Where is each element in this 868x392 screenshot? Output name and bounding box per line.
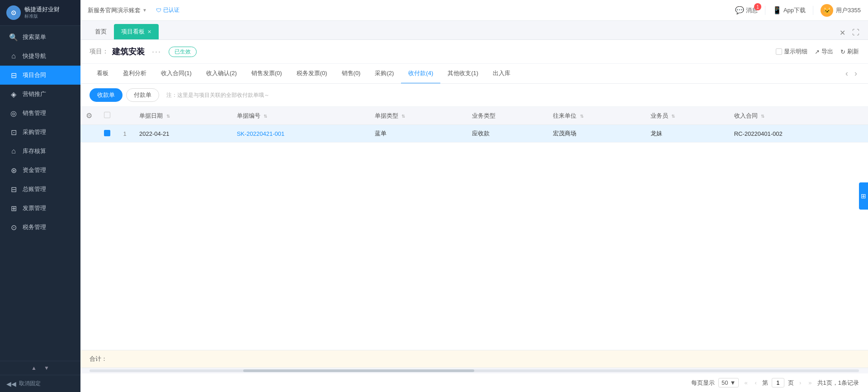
row-number-cell[interactable]: SK-20220421-001 (231, 125, 369, 143)
sub-tab-payment[interactable]: 收付款(4) (401, 64, 440, 84)
sub-tab-income-contract-label: 收入合同(1) (161, 70, 192, 76)
row-num-cell: 1 (116, 125, 134, 143)
sidebar-item-label: 搜索菜单 (23, 33, 46, 41)
sort-icon: ⇅ (401, 114, 405, 119)
sidebar-item-finance[interactable]: ⊛ 资金管理 (0, 161, 80, 180)
sub-tab-income-contract[interactable]: 收入合同(1) (154, 64, 199, 84)
sub-tab-purchase[interactable]: 采购(2) (368, 64, 401, 84)
app-logo: ⊙ 畅捷通好业财 标准版 (0, 0, 80, 26)
checkbox-icon (776, 48, 782, 55)
sub-tab-inout[interactable]: 出入库 (486, 64, 518, 84)
select-all-checkbox[interactable] (104, 112, 110, 118)
page-size-label: 每页显示 (691, 379, 715, 387)
sub-tab-nav: ‹ › (844, 67, 859, 80)
sub-tab-income-confirm[interactable]: 收入确认(2) (199, 64, 244, 84)
messages-badge: 1 (754, 3, 761, 10)
sub-tab-other-income[interactable]: 其他收支(1) (440, 64, 486, 84)
search-icon: 🔍 (9, 33, 18, 42)
sub-tab-tax-invoice[interactable]: 税务发票(0) (289, 64, 335, 84)
tab-home-label: 首页 (95, 28, 107, 36)
scrollbar-track[interactable] (90, 369, 859, 372)
export-button[interactable]: ↗ 导出 (815, 48, 833, 56)
totals-label: 合计： (90, 355, 107, 362)
certified-badge: 🛡 已认证 (156, 6, 179, 14)
sub-tab-sales-invoice[interactable]: 销售发票(0) (244, 64, 289, 84)
app-download-button[interactable]: 📱 App下载 (773, 6, 806, 14)
more-options-icon[interactable]: ··· (152, 47, 161, 57)
sidebar-item-inventory[interactable]: ⌂ 库存核算 (0, 142, 80, 161)
sort-icon: ⇅ (761, 114, 764, 119)
totals-row: 合计： (80, 350, 868, 368)
chevron-down-icon: ▼ (142, 8, 147, 13)
sub-tab-board[interactable]: 看板 (90, 64, 116, 84)
table-header-settings[interactable]: ⚙ (80, 107, 99, 125)
certified-label: 已认证 (163, 6, 179, 14)
page-size-select[interactable]: 50 ▼ (718, 378, 739, 387)
sub-tab-profit[interactable]: 盈利分析 (116, 64, 154, 84)
sidebar-item-marketing[interactable]: ◈ 营销推广 (0, 85, 80, 104)
sidebar-item-search[interactable]: 🔍 搜索菜单 (0, 28, 80, 47)
filter-receipt-button[interactable]: 收款单 (90, 88, 123, 102)
sidebar-item-ledger[interactable]: ⊟ 总账管理 (0, 180, 80, 199)
prev-page-button[interactable]: ‹ (753, 378, 759, 387)
sub-tab-inout-label: 出入库 (493, 70, 510, 76)
last-page-button[interactable]: » (807, 378, 813, 387)
scroll-down-btn[interactable]: ▼ (40, 364, 53, 372)
sub-tab-prev-btn[interactable]: ‹ (844, 67, 850, 80)
sub-tab-sales[interactable]: 销售(0) (335, 64, 368, 84)
sidebar-scroll-controls: ▲ ▼ (0, 361, 80, 375)
user-menu-button[interactable]: 🐱 用户3355 (821, 4, 861, 17)
table-header-partner[interactable]: 往来单位 ⇅ (547, 107, 645, 125)
sub-tabs: 看板 盈利分析 收入合同(1) 收入确认(2) 销售发票(0) 税务发票(0) … (80, 64, 868, 84)
row-income-contract-cell: RC-20220401-002 (729, 125, 868, 143)
divider (765, 6, 765, 15)
salesperson-col-label: 业务员 (651, 112, 668, 119)
refresh-button[interactable]: ↻ 刷新 (840, 48, 859, 56)
sidebar-item-project-contract[interactable]: ⊟ 项目合同 (0, 66, 80, 85)
sidebar-item-purchase[interactable]: ⊡ 采购管理 (0, 123, 80, 142)
number-col-label: 单据编号 (237, 112, 260, 119)
first-page-button[interactable]: « (742, 378, 749, 387)
scrollbar-thumb[interactable] (243, 369, 474, 372)
row-biz-type-cell: 应收款 (467, 125, 547, 143)
filter-payment-button[interactable]: 付款单 (126, 88, 159, 102)
show-detail-button[interactable]: 显示明细 (776, 48, 807, 56)
table-header-date[interactable]: 单据日期 ⇅ (134, 107, 231, 125)
table-footer: 合计： 每页显示 50 ▼ « ‹ 第 页 › » 共1页，1条 (80, 350, 868, 392)
cancel-pin-button[interactable]: ◀◀ 取消固定 (0, 375, 80, 392)
record-link[interactable]: SK-20220421-001 (237, 130, 285, 137)
table-row[interactable]: 1 2022-04-21 SK-20220421-001 蓝单 应收款 宏茂商场… (80, 125, 868, 143)
sidebar-item-label: 营销推广 (23, 90, 46, 98)
inventory-icon: ⌂ (9, 147, 18, 156)
project-title-label: 项目： (90, 48, 108, 56)
scroll-up-btn[interactable]: ▲ (28, 364, 40, 372)
sidebar-item-sales[interactable]: ◎ 销售管理 (0, 104, 80, 123)
messages-button[interactable]: 💬 消息 1 (735, 6, 758, 14)
logo-icon: ⊙ (6, 5, 21, 20)
right-panel-toggle[interactable]: ⊞ (859, 182, 868, 210)
sub-tab-next-btn[interactable]: › (853, 67, 859, 80)
page-number-input[interactable] (772, 378, 784, 387)
tab-project-board[interactable]: 项目看板 ✕ (114, 24, 159, 39)
table-header-salesperson[interactable]: 业务员 ⇅ (645, 107, 729, 125)
table-header-income-contract[interactable]: 收入合同 ⇅ (729, 107, 868, 125)
sub-tab-board-label: 看板 (97, 70, 108, 76)
close-window-button[interactable]: ✕ (837, 28, 847, 38)
invoice-icon: ⊞ (9, 204, 18, 213)
sidebar-item-quick-nav[interactable]: ⌂ 快捷导航 (0, 47, 80, 66)
sidebar-item-tax[interactable]: ⊙ 税务管理 (0, 218, 80, 237)
sub-tab-other-income-label: 其他收支(1) (448, 70, 478, 76)
table-header-type[interactable]: 单据类型 ⇅ (369, 107, 467, 125)
row-checkbox[interactable] (104, 130, 110, 136)
sidebar-item-label: 总账管理 (23, 185, 46, 193)
close-tab-icon[interactable]: ✕ (147, 29, 151, 35)
sidebar: ⊙ 畅捷通好业财 标准版 🔍 搜索菜单 ⌂ 快捷导航 ⊟ 项目合同 ◈ 营销推广… (0, 0, 80, 392)
page-label: 第 (762, 379, 768, 387)
sidebar-item-invoice[interactable]: ⊞ 发票管理 (0, 199, 80, 218)
account-selector[interactable]: 新服务官网演示账套 ▼ (88, 6, 147, 14)
tab-home[interactable]: 首页 (88, 24, 114, 39)
table-header-number[interactable]: 单据编号 ⇅ (231, 107, 369, 125)
maximize-window-button[interactable]: ⛶ (851, 28, 861, 38)
next-page-button[interactable]: › (797, 378, 803, 387)
settings-icon[interactable]: ⚙ (86, 112, 92, 120)
